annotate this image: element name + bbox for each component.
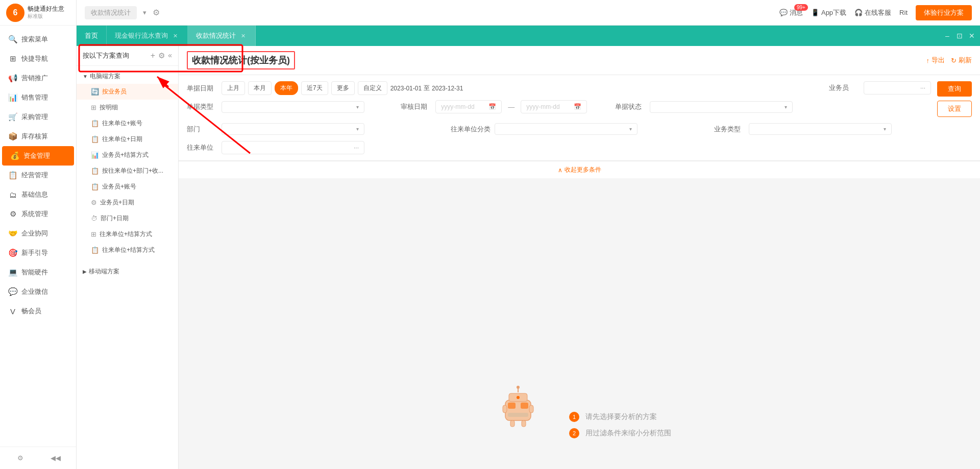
- settings-bottom-btn[interactable]: ⚙: [5, 452, 36, 464]
- tab-bar: 首页 现金银行流水查询 ✕ 收款情况统计 ✕ – ⊡ ✕: [77, 26, 980, 46]
- tab-bank[interactable]: 现金银行流水查询 ✕: [107, 26, 188, 46]
- minimize-btn[interactable]: –: [943, 32, 951, 40]
- sidebar-item-system[interactable]: ⚙ 系统管理: [0, 204, 76, 224]
- scheme-item-dept-date[interactable]: ⏱ 部门+日期: [77, 210, 178, 226]
- robot-illustration: [487, 377, 549, 438]
- app-download-btn[interactable]: 📱 App下载: [811, 8, 846, 17]
- tab-stats-close[interactable]: ✕: [239, 32, 247, 40]
- scheme-item-partner-date[interactable]: 📋 往来单位+日期: [77, 131, 178, 147]
- doc-type-select[interactable]: ▾: [222, 101, 364, 113]
- scheme-collapse-btn[interactable]: «: [168, 51, 172, 60]
- app-title: 畅捷通好生意: [28, 5, 64, 12]
- sidebar-item-member[interactable]: V 畅会员: [0, 301, 76, 321]
- scheme-item-partner-dept[interactable]: 📋 按往来单位+部门+收...: [77, 163, 178, 179]
- sidebar-item-quick-nav[interactable]: ⊞ 快捷导航: [0, 49, 76, 68]
- filter-row-1: 单据日期 上月 本月 本年 近7天 更多 自定义 2023-01-01: [187, 81, 823, 113]
- grid2-icon: ⊞: [91, 230, 96, 238]
- sidebar-item-wechat[interactable]: 💬 企业微信: [0, 282, 76, 301]
- trial-btn[interactable]: 体验行业方案: [916, 5, 972, 20]
- sidebar-item-marketing[interactable]: 📢 营销推广: [0, 68, 76, 88]
- staff-select[interactable]: ···: [864, 81, 931, 95]
- scheme-item-partner-settle1[interactable]: ⊞ 往来单位+结算方式: [77, 226, 178, 242]
- scheme-item-staff-account[interactable]: 📋 业务员+账号: [77, 179, 178, 195]
- svg-rect-4: [503, 405, 507, 413]
- wechat-icon: 💬: [8, 287, 17, 296]
- partner-category-select[interactable]: ▾: [495, 123, 638, 135]
- desktop-scheme-header[interactable]: ▼ 电脑端方案: [77, 69, 178, 84]
- sidebar-item-search[interactable]: 🔍 搜索菜单: [0, 30, 76, 49]
- sidebar-item-cooperation[interactable]: 🤝 企业协同: [0, 224, 76, 243]
- doc5-icon: 📋: [91, 246, 99, 254]
- collapse-sidebar-btn[interactable]: ◀◀: [40, 452, 71, 464]
- basic-icon: 🗂: [8, 191, 17, 199]
- staff-ellipsis-icon: ···: [920, 84, 925, 91]
- date-more[interactable]: 更多: [331, 81, 355, 95]
- add-scheme-btn[interactable]: +: [151, 51, 155, 60]
- empty-step-1: 1 请先选择要分析的方案: [569, 412, 657, 422]
- sidebar-item-finance[interactable]: 💰 资金管理: [2, 146, 74, 166]
- dept-arrow-icon: ▾: [356, 126, 359, 132]
- home-icon: ⊞: [8, 54, 17, 63]
- user-profile-btn[interactable]: Rit: [899, 9, 908, 16]
- message-badge: 99+: [794, 4, 808, 11]
- scheme-item-staff-settle[interactable]: 📊 业务员+结算方式: [77, 147, 178, 163]
- page-body: 按以下方案查询 + ⚙ « ▼ 电脑端方案 🔄 按业务员: [77, 46, 980, 469]
- partner-ellipsis-icon: ···: [354, 144, 359, 151]
- dept-label: 部门: [187, 125, 217, 134]
- message-icon: 💬: [779, 9, 788, 16]
- scheme-item-by-staff[interactable]: 🔄 按业务员: [77, 84, 178, 100]
- grid-icon: ⊞: [91, 104, 96, 111]
- window-controls: – ⊡ ✕: [939, 26, 980, 46]
- close-btn[interactable]: ✕: [968, 32, 976, 40]
- settings-gear-icon[interactable]: ⚙: [153, 8, 160, 17]
- query-btn[interactable]: 查询: [937, 81, 972, 97]
- online-service-btn[interactable]: 🎧 在线客服: [854, 8, 891, 17]
- scheme-item-staff-date[interactable]: ⚙ 业务员+日期: [77, 195, 178, 210]
- biz-type-select[interactable]: ▾: [749, 123, 892, 135]
- step-2-num: 2: [569, 428, 579, 438]
- finance-icon: 💰: [10, 151, 19, 160]
- scheme-header-actions: + ⚙ «: [151, 51, 172, 60]
- date-last-month[interactable]: 上月: [222, 81, 245, 95]
- doc-status-select[interactable]: ▾: [650, 101, 793, 113]
- tab-spacer: [256, 26, 939, 46]
- biz-type-arrow-icon: ▾: [884, 126, 886, 132]
- export-btn[interactable]: ↑ 导出: [926, 56, 945, 65]
- sidebar-item-guide[interactable]: 🎯 新手引导: [0, 243, 76, 263]
- mobile-scheme-header[interactable]: ▶ 移动端方案: [77, 264, 178, 279]
- collapse-bar[interactable]: ∧ 收起更多条件: [179, 161, 980, 178]
- dept-select[interactable]: ▾: [222, 123, 364, 135]
- headset-icon: 🎧: [854, 9, 863, 16]
- review-date-to[interactable]: yyyy-mm-dd 📅: [521, 100, 587, 113]
- review-date-from[interactable]: yyyy-mm-dd 📅: [435, 100, 502, 113]
- sidebar-item-inventory[interactable]: 📦 库存核算: [0, 127, 76, 146]
- empty-state: 1 请先选择要分析的方案 2 用过滤条件来缩小分析范围: [569, 412, 671, 438]
- date-7days[interactable]: 近7天: [301, 81, 328, 95]
- refresh-btn[interactable]: ↻ 刷新: [951, 56, 972, 65]
- sidebar-item-operation[interactable]: 📋 经营管理: [0, 166, 76, 185]
- scheme-item-partner-account[interactable]: 📋 往来单位+账号: [77, 115, 178, 131]
- sidebar-item-basic[interactable]: 🗂 基础信息: [0, 185, 76, 204]
- message-btn[interactable]: 💬 消息 99+: [779, 8, 803, 17]
- partner-select[interactable]: ···: [222, 141, 364, 154]
- sales-icon: 📊: [8, 93, 17, 102]
- sidebar-item-sales[interactable]: 📊 销售管理: [0, 88, 76, 107]
- system-icon: ⚙: [8, 209, 17, 219]
- logo-icon: 6: [6, 4, 24, 22]
- scheme-item-partner-settle2[interactable]: 📋 往来单位+结算方式: [77, 242, 178, 258]
- date-this-month[interactable]: 本月: [248, 81, 272, 95]
- sidebar-item-hardware[interactable]: 💻 智能硬件: [0, 263, 76, 282]
- sidebar-item-purchase[interactable]: 🛒 采购管理: [0, 107, 76, 127]
- content-area: 1 请先选择要分析的方案 2 用过滤条件来缩小分析范围: [179, 178, 980, 469]
- date-custom[interactable]: 自定义: [358, 81, 387, 95]
- scheme-settings-btn[interactable]: ⚙: [158, 51, 165, 60]
- scheme-item-by-detail[interactable]: ⊞ 按明细: [77, 100, 178, 115]
- settings-query-btn[interactable]: 设置: [937, 101, 972, 117]
- tab-stats[interactable]: 收款情况统计 ✕: [188, 26, 256, 46]
- tab-bank-close[interactable]: ✕: [171, 32, 179, 40]
- expand-arrow-icon: ▼: [83, 74, 88, 79]
- maximize-btn[interactable]: ⊡: [955, 32, 964, 40]
- tab-home[interactable]: 首页: [77, 26, 107, 46]
- top-header: 收款情况统计 ▾ ⚙ 💬 消息 99+ 📱 App下载 🎧 在线客服: [77, 0, 980, 26]
- date-this-year[interactable]: 本年: [275, 81, 298, 95]
